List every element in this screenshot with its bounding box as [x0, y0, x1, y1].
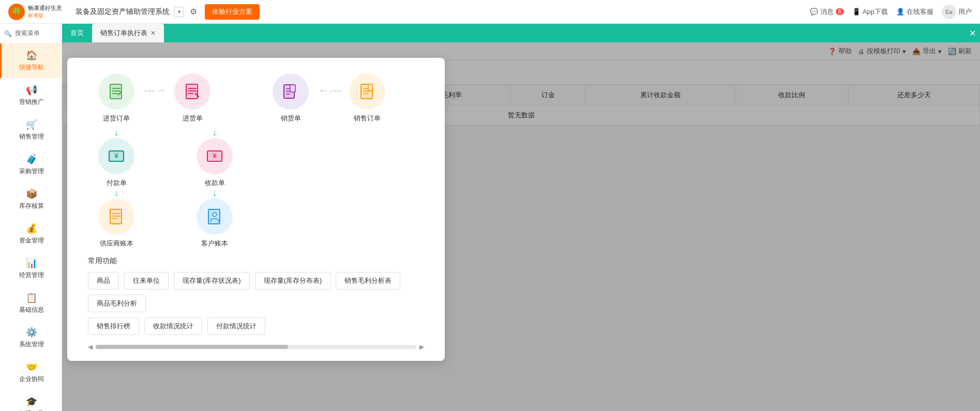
header-right: 💬 消息 6 📱 App下载 👤 在线客服 Ea 用户	[810, 5, 972, 19]
marketing-label: 营销推广	[19, 98, 44, 106]
func-btn-product-profit[interactable]: 商品毛利分析	[88, 295, 146, 312]
user-label: 用户	[958, 7, 972, 17]
messages-badge: 6	[836, 8, 844, 15]
marketing-icon: 📢	[26, 84, 37, 96]
flow-node-purchase-order[interactable]: 进货订单	[88, 73, 145, 123]
customer-account-circle	[197, 199, 233, 235]
sales-label: 销售管理	[19, 132, 44, 141]
func-btn-sales-rank[interactable]: 销售排行榜	[88, 317, 139, 335]
search-label: 搜索菜单	[15, 29, 40, 38]
trial-button[interactable]: 体验行业方案	[205, 4, 260, 20]
flow-bottom-row: 供应商账本 客户账本	[88, 199, 424, 248]
sidebar-item-inventory[interactable]: 📦 库存核算	[0, 182, 62, 217]
sales-slip-label: 销货单	[281, 114, 301, 123]
scrollbar-thumb	[96, 345, 288, 349]
sidebar-item-management[interactable]: 📊 经营管理	[0, 251, 62, 286]
sidebar-item-finance[interactable]: 💰 资金管理	[0, 217, 62, 251]
tab-sales-order-label: 销售订单执行表	[100, 28, 147, 38]
flow-node-payment[interactable]: ¥ 付款单	[88, 138, 145, 188]
func-btn-counterparty[interactable]: 往来单位	[124, 272, 169, 290]
sidebar-item-sales[interactable]: 🛒 销售管理	[0, 113, 62, 147]
flow-node-purchase-slip[interactable]: 进货单	[164, 73, 221, 123]
payment-label: 付款单	[107, 178, 127, 188]
flow-node-receipt[interactable]: ¥ 收款单	[186, 138, 243, 188]
func-btn-stock-status[interactable]: 现存量(库存状况表)	[174, 272, 250, 290]
messages-label: 消息	[820, 7, 834, 17]
sidebar-item-system[interactable]: ⚙️ 系统管理	[0, 321, 62, 355]
purchase-slip-circle	[174, 73, 210, 110]
newbie-icon: 🎓	[26, 396, 37, 407]
top-header: 🍀 畅康通好生意 标准版 装备及固定资产辅助管理系统 ▾ ⚙ 体验行业方案 💬 …	[0, 0, 980, 24]
avatar: Ea	[942, 5, 956, 19]
logo-area: 🍀 畅康通好生意 标准版	[8, 4, 70, 20]
basic-info-icon: 📋	[26, 292, 37, 303]
system-dropdown-btn[interactable]: ▾	[174, 7, 184, 17]
sidebar-item-quick-nav[interactable]: 🏠 快捷导航	[0, 43, 62, 78]
flow-node-sales-slip[interactable]: 销货单	[262, 73, 319, 123]
purchase-slip-label: 进货单	[183, 114, 203, 123]
svg-text:¥: ¥	[114, 151, 118, 160]
logo-text: 畅康通好生意	[28, 4, 62, 11]
sales-order-label: 销售订单	[354, 114, 381, 123]
supplier-account-label: 供应商账本	[100, 239, 133, 248]
app-download-label: App下载	[863, 7, 888, 17]
svg-rect-15	[290, 85, 295, 92]
system-icon: ⚙️	[26, 327, 37, 338]
sidebar-search[interactable]: 🔍 搜索菜单	[0, 24, 62, 43]
management-icon: 📊	[26, 257, 37, 269]
search-icon: 🔍	[4, 30, 12, 37]
user-area[interactable]: Ea 用户	[942, 5, 972, 19]
sidebar-item-basic-info[interactable]: 📋 基础信息	[0, 286, 62, 321]
finance-icon: 💰	[26, 223, 37, 234]
tab-home[interactable]: 首页	[62, 24, 92, 42]
system-title-text: 装备及固定资产辅助管理系统	[76, 7, 170, 17]
supplier-account-circle	[98, 199, 134, 235]
customer-account-label: 客户账本	[201, 239, 228, 248]
scroll-left-icon[interactable]: ◀	[88, 343, 93, 351]
purchase-order-circle	[98, 73, 134, 110]
common-func-title: 常用功能	[88, 256, 424, 266]
purchase-order-label: 进货订单	[103, 114, 130, 123]
management-label: 经营管理	[19, 271, 44, 280]
svg-rect-22	[368, 84, 372, 90]
logo-text-block: 畅康通好生意 标准版	[28, 4, 62, 19]
flow-top-row: 进货订单 - - - → 进货单	[88, 73, 424, 123]
tab-sales-order[interactable]: 销售订单执行表 ✕	[92, 24, 164, 42]
func-buttons-row1: 商品 往来单位 现存量(库存状况表) 现存量(库存分布表) 销售毛利分析表 商品…	[88, 272, 424, 312]
func-btn-sales-profit[interactable]: 销售毛利分析表	[336, 272, 400, 290]
receipt-circle: ¥	[197, 138, 233, 174]
scroll-right-icon[interactable]: ▶	[419, 343, 424, 351]
tab-bar-close-icon[interactable]: ✕	[969, 28, 976, 38]
settings-gear-icon[interactable]: ⚙	[188, 7, 199, 17]
messages-btn[interactable]: 💬 消息 6	[810, 7, 844, 17]
receipt-label: 收款单	[205, 178, 225, 188]
sidebar: 🔍 搜索菜单 🏠 快捷导航 📢 营销推广 🛒 销售管理 🧳 采购管理 📦 库存核…	[0, 24, 62, 411]
inventory-icon: 📦	[26, 188, 37, 200]
flow-node-supplier-account[interactable]: 供应商账本	[88, 199, 145, 248]
tab-bar: 首页 销售订单执行表 ✕ ✕	[62, 24, 980, 42]
flow-node-customer-account[interactable]: 客户账本	[186, 199, 243, 248]
popup-scrollbar: ◀ ▶	[88, 343, 424, 351]
flow-node-sales-order[interactable]: 销售订单	[339, 73, 396, 123]
func-btn-receipt-stats[interactable]: 收款情况统计	[144, 317, 202, 335]
sidebar-item-marketing[interactable]: 📢 营销推广	[0, 78, 62, 113]
flow-middle-row: ¥ 付款单 ¥ 收款单	[88, 138, 424, 188]
func-btn-stock-dist[interactable]: 现存量(库存分布表)	[255, 272, 331, 290]
app-download-btn[interactable]: 📱 App下载	[852, 7, 888, 17]
func-btn-product[interactable]: 商品	[88, 272, 119, 290]
func-buttons-row2: 销售排行榜 收款情况统计 付款情况统计	[88, 317, 424, 335]
tab-close-icon[interactable]: ✕	[150, 29, 156, 37]
scrollbar-track[interactable]	[96, 345, 416, 349]
purchase-label: 采购管理	[19, 167, 44, 176]
flow-popup: 进货订单 - - - → 进货单	[67, 58, 445, 361]
sidebar-item-purchase[interactable]: 🧳 采购管理	[0, 147, 62, 182]
func-btn-payment-stats[interactable]: 付款情况统计	[207, 317, 265, 335]
content-area: 首页 销售订单执行表 ✕ ✕ ❓ 帮助 🖨 按模板打印 ▾	[62, 24, 980, 411]
quick-nav-label: 快捷导航	[19, 63, 44, 72]
sidebar-item-collab[interactable]: 🤝 企业协同	[0, 355, 62, 390]
inventory-label: 库存核算	[19, 202, 44, 210]
logo-sub: 标准版	[28, 12, 62, 19]
sidebar-item-newbie[interactable]: 🎓 新手引导	[0, 390, 62, 411]
quick-nav-icon: 🏠	[26, 50, 37, 61]
online-service-btn[interactable]: 👤 在线客服	[896, 7, 933, 17]
